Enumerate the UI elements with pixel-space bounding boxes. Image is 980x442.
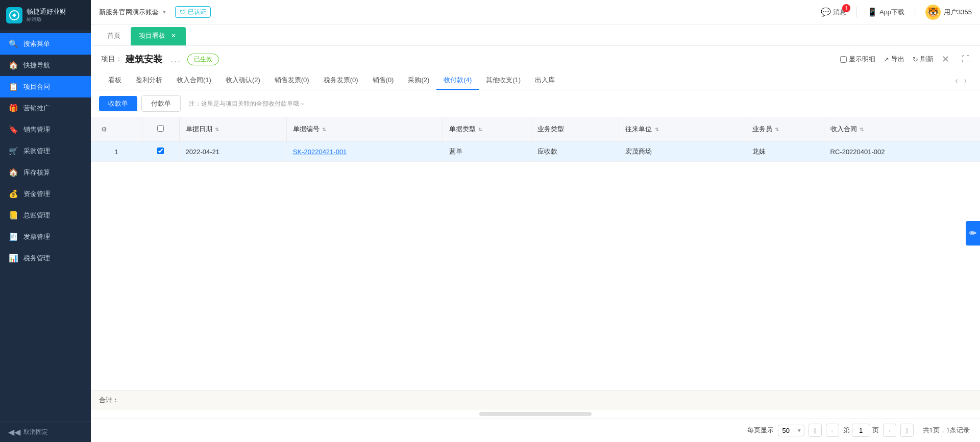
finance-icon: 💰 (8, 189, 18, 199)
col-staff-sort-icon[interactable]: ⇅ (775, 127, 779, 132)
col-partner-sort-icon[interactable]: ⇅ (655, 127, 659, 132)
sidebar-item-label-tax: 税务管理 (23, 254, 50, 263)
sidebar-item-invoice[interactable]: 🧾 发票管理 (0, 226, 91, 248)
export-label: 导出 (891, 55, 904, 64)
app-download-label: App下载 (879, 8, 904, 17)
col-header-code: 单据编号 ⇅ (286, 117, 443, 142)
horizontal-scrollbar[interactable] (479, 412, 592, 416)
home-icon: 🏠 (8, 60, 18, 70)
col-header-contract: 收入合同 ⇅ (824, 117, 980, 142)
tab-project-board[interactable]: 项目看板 ✕ (131, 27, 186, 45)
receipt-btn[interactable]: 收款单 (99, 96, 137, 111)
col-header-check (142, 117, 179, 142)
page-title-prefix: 项目： (101, 55, 122, 64)
page-number-input[interactable] (852, 424, 870, 437)
subtab-kanban[interactable]: 看板 (101, 71, 129, 90)
cell-biz: 应收款 (531, 142, 619, 162)
col-header-biz: 业务类型 (531, 117, 619, 142)
page-last-btn[interactable]: ⟫ (900, 424, 914, 437)
sidebar-item-contract[interactable]: 📋 项目合同 (0, 76, 91, 97)
sidebar-item-quicknav[interactable]: 🏠 快捷导航 (0, 55, 91, 76)
page-prev-btn[interactable]: ‹ (826, 424, 839, 437)
tab-project-board-label: 项目看板 (139, 31, 165, 40)
cell-seq: 1 (91, 142, 142, 162)
col-header-seq: ⚙ (91, 117, 142, 142)
float-action-btn[interactable]: ✏ (966, 221, 980, 245)
receipt-code-link[interactable]: SK-20220421-001 (293, 148, 347, 156)
row-checkbox[interactable] (157, 148, 164, 154)
sidebar-item-inventory[interactable]: 🏠 库存核算 (0, 162, 91, 183)
close-btn[interactable]: ✕ (942, 54, 949, 65)
per-page-select[interactable]: 50 100 200 (778, 425, 804, 436)
per-page-label: 每页显示 (747, 426, 774, 435)
table-body: 1 2022-04-21 SK-20220421-001 蓝单 应收款 宏茂商场 (91, 142, 980, 162)
col-code-sort-icon[interactable]: ⇅ (322, 127, 326, 132)
page-current: 第 页 (843, 424, 879, 437)
sidebar-unpin-btn[interactable]: ◀◀ 取消固定 (0, 422, 91, 442)
col-contract-label: 收入合同 (830, 125, 857, 133)
sidebar-item-label-sales: 销售管理 (23, 125, 50, 134)
subtab-sales-invoice[interactable]: 销售发票(0) (267, 71, 316, 90)
scrollbar-row (91, 410, 980, 418)
col-header-date: 单据日期 ⇅ (179, 117, 286, 142)
payment-btn[interactable]: 付款单 (141, 95, 181, 112)
invoice-icon: 🧾 (8, 232, 18, 242)
sidebar-item-label-inventory: 库存核算 (23, 168, 50, 177)
subtabs: 看板 盈利分析 收入合同(1) 收入确认(2) 销售发票(0) 税务发票(0) (101, 71, 952, 90)
col-contract-sort-icon[interactable]: ⇅ (860, 127, 864, 132)
page-first-btn[interactable]: ⟪ (808, 424, 822, 437)
subtab-receipt[interactable]: 收付款(4) (436, 71, 479, 90)
subtab-sales[interactable]: 销售(0) (365, 71, 401, 90)
avatar: 🐯 (925, 5, 941, 20)
subtab-income-contract-label: 收入合同(1) (177, 76, 211, 84)
per-page-select-wrap: 50 100 200 ▼ (778, 425, 804, 436)
sidebar-item-search[interactable]: 🔍 搜索菜单 (0, 33, 91, 55)
messages-btn[interactable]: 💬 消息 1 (821, 7, 846, 17)
sidebar-item-finance[interactable]: 💰 资金管理 (0, 183, 91, 205)
col-header-type: 单据类型 ⇅ (443, 117, 531, 142)
col-date-sort-icon[interactable]: ⇅ (215, 127, 219, 132)
show-detail-checkbox[interactable]: 显示明细 (840, 55, 875, 64)
data-table-wrap: ⚙ 单据日期 ⇅ 单据编号 ⇅ (91, 117, 980, 390)
subtab-prev-btn[interactable]: ‹ (952, 74, 961, 87)
subtab-next-btn[interactable]: › (961, 74, 970, 87)
export-btn[interactable]: ↗ 导出 (884, 55, 904, 64)
tab-home[interactable]: 首页 (99, 27, 129, 45)
sidebar-item-sales[interactable]: 🔖 销售管理 (0, 119, 91, 140)
page-more-icon[interactable]: ... (170, 54, 181, 65)
refresh-btn[interactable]: ↻ 刷新 (913, 55, 934, 64)
subtab-income-confirm[interactable]: 收入确认(2) (218, 71, 267, 90)
account-selector[interactable]: 新服务官网演示账套 ▼ (99, 8, 167, 17)
shield-icon: 🛡 (180, 9, 186, 16)
sidebar-item-label-ledger: 总账管理 (23, 211, 50, 220)
subtab-other-expense[interactable]: 其他收支(1) (479, 71, 528, 90)
expand-btn[interactable]: ⛶ (962, 55, 970, 64)
subtab-in-out[interactable]: 出入库 (528, 71, 562, 90)
sidebar-item-ledger[interactable]: 📒 总账管理 (0, 205, 91, 226)
subtab-tax-invoice-label: 税务发票(0) (324, 76, 358, 84)
account-dropdown-icon: ▼ (162, 9, 167, 15)
col-partner-label: 往来单位 (625, 125, 652, 133)
col-type-sort-icon[interactable]: ⇅ (478, 127, 482, 132)
topbar: 新服务官网演示账套 ▼ 🛡 已认证 💬 消息 1 📱 App下载 🐯 用户335… (91, 0, 980, 24)
select-all-checkbox[interactable] (157, 125, 164, 132)
tabbar: 首页 项目看板 ✕ (91, 24, 980, 46)
page-next-btn[interactable]: › (883, 424, 896, 437)
subtab-income-contract[interactable]: 收入合同(1) (169, 71, 218, 90)
show-detail-input[interactable] (840, 56, 847, 63)
subtab-purchase[interactable]: 采购(2) (401, 71, 436, 90)
subtab-kanban-label: 看板 (108, 76, 121, 84)
tab-close-icon[interactable]: ✕ (169, 32, 178, 40)
ledger-icon: 📒 (8, 210, 18, 220)
table-settings-icon[interactable]: ⚙ (97, 122, 111, 136)
cell-staff: 龙妹 (746, 142, 824, 162)
app-download-btn[interactable]: 📱 App下载 (867, 7, 904, 17)
sidebar-item-tax[interactable]: 📊 税务管理 (0, 248, 91, 269)
sidebar-item-purchase[interactable]: 🛒 采购管理 (0, 140, 91, 162)
subtab-tax-invoice[interactable]: 税务发票(0) (316, 71, 365, 90)
subtab-profit[interactable]: 盈利分析 (129, 71, 169, 90)
user-menu-btn[interactable]: 🐯 用户3355 (925, 5, 972, 20)
sidebar-item-marketing[interactable]: 🎁 营销推广 (0, 97, 91, 119)
sidebar-item-label-invoice: 发票管理 (23, 232, 50, 241)
col-header-staff: 业务员 ⇅ (746, 117, 824, 142)
